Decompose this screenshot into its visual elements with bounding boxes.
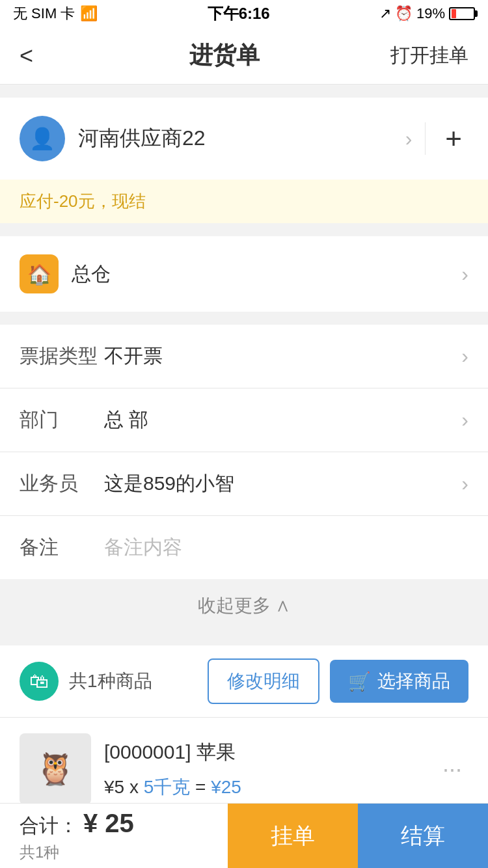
warehouse-name: 总仓 — [72, 261, 461, 288]
divider-2 — [0, 223, 488, 236]
field-placeholder-remark: 备注内容 — [104, 534, 468, 561]
product-code: [0000001] — [104, 741, 191, 763]
battery-fill — [452, 9, 456, 18]
warehouse-row[interactable]: 🏠 总仓 › — [0, 236, 488, 312]
field-salesperson[interactable]: 业务员 这是859的小智 › — [0, 452, 488, 515]
equals-sign: = — [195, 777, 206, 797]
field-remark[interactable]: 备注 备注内容 — [0, 516, 488, 579]
product-total: ¥25 — [211, 777, 241, 797]
divider-3 — [0, 312, 488, 325]
bottom-bar: 合计： ¥ 25 共1种 挂单 结算 — [0, 803, 488, 868]
supplier-section: 👤 河南供应商22 › + 应付-20元，现结 — [0, 98, 488, 223]
bag-icon: 🛍 — [29, 670, 49, 692]
supplier-row[interactable]: 👤 河南供应商22 › + — [0, 98, 488, 180]
product-qty: 5千克 — [144, 777, 191, 797]
status-time: 下午6:16 — [208, 3, 270, 24]
product-name: [0000001] 苹果 — [104, 739, 423, 766]
fields-section: 票据类型 不开票 › 部门 总 部 › 业务员 这是859的小智 › 备注 备注… — [0, 325, 488, 579]
status-left: 无 SIM 卡 📶 — [13, 4, 98, 23]
product-thumb-icon: 🦉 — [36, 751, 75, 787]
multiply-sign: x — [129, 777, 139, 797]
location-icon: ↗ — [379, 5, 391, 22]
product-thumbnail: 🦉 — [20, 733, 91, 805]
supplier-name: 河南供应商22 — [78, 124, 405, 153]
modify-detail-button[interactable]: 修改明细 — [208, 658, 319, 704]
field-department[interactable]: 部门 总 部 › — [0, 388, 488, 452]
warehouse-icon: 🏠 — [20, 254, 59, 293]
alarm-icon: ⏰ — [395, 5, 413, 22]
chevron-right-icon: › — [461, 262, 468, 286]
wifi-icon: 📶 — [80, 5, 98, 22]
total-amount: ¥ 25 — [83, 809, 134, 838]
supplier-avatar: 👤 — [20, 116, 65, 161]
add-button[interactable]: + — [439, 122, 468, 155]
chevron-right-icon: › — [405, 127, 413, 151]
carrier-label: 无 SIM 卡 — [13, 4, 75, 23]
status-right: ↗ ⏰ 19% — [379, 5, 475, 22]
chevron-right-icon: › — [461, 472, 468, 496]
field-label-remark: 备注 — [20, 534, 104, 561]
total-section: 合计： ¥ 25 共1种 — [0, 809, 228, 863]
avatar-icon: 👤 — [29, 126, 55, 151]
warehouse-section: 🏠 总仓 › — [0, 236, 488, 312]
total-main: 合计： ¥ 25 — [20, 809, 208, 839]
select-product-label: 选择商品 — [377, 669, 450, 694]
chevron-right-icon: › — [461, 408, 468, 432]
product-count: 共1种商品 — [69, 669, 197, 694]
vertical-divider — [425, 122, 426, 155]
divider-4 — [0, 632, 488, 645]
checkout-button[interactable]: 结算 — [358, 804, 488, 869]
field-label-dept: 部门 — [20, 407, 104, 433]
divider-1 — [0, 85, 488, 98]
cart-icon: 🛒 — [348, 671, 371, 692]
product-info: [0000001] 苹果 ¥5 x 5千克 = ¥25 — [104, 739, 423, 800]
chevron-right-icon: › — [461, 344, 468, 368]
select-product-button[interactable]: 🛒 选择商品 — [330, 660, 468, 703]
open-hang-button[interactable]: 打开挂单 — [390, 42, 468, 69]
field-value-sales: 这是859的小智 — [104, 470, 461, 497]
house-icon: 🏠 — [27, 263, 51, 286]
price-unit: ¥5 — [104, 777, 124, 797]
product-more-button[interactable]: ··· — [436, 749, 468, 789]
back-button[interactable]: < — [20, 42, 59, 70]
field-value-dept: 总 部 — [104, 407, 461, 433]
total-label: 合计： — [20, 813, 78, 839]
total-sub: 共1种 — [20, 842, 208, 863]
product-price: ¥5 x 5千克 = ¥25 — [104, 775, 423, 800]
page-title: 进货单 — [189, 40, 260, 72]
hang-order-button[interactable]: 挂单 — [228, 804, 358, 869]
field-label-invoice: 票据类型 — [20, 343, 104, 370]
product-title: 苹果 — [197, 741, 236, 763]
nav-bar: < 进货单 打开挂单 — [0, 27, 488, 85]
product-header: 🛍 共1种商品 修改明细 🛒 选择商品 — [0, 645, 488, 717]
collapse-bar[interactable]: 收起更多 ∧ — [0, 579, 488, 632]
battery-percent: 19% — [416, 5, 445, 22]
info-banner: 应付-20元，现结 — [0, 180, 488, 223]
status-bar: 无 SIM 卡 📶 下午6:16 ↗ ⏰ 19% — [0, 0, 488, 27]
field-label-sales: 业务员 — [20, 470, 104, 497]
product-section-icon: 🛍 — [20, 662, 59, 701]
field-value-invoice: 不开票 — [104, 343, 461, 370]
field-invoice-type[interactable]: 票据类型 不开票 › — [0, 325, 488, 388]
battery-icon — [449, 7, 475, 20]
product-section: 🛍 共1种商品 修改明细 🛒 选择商品 🦉 [0000001] 苹果 ¥5 x — [0, 645, 488, 821]
